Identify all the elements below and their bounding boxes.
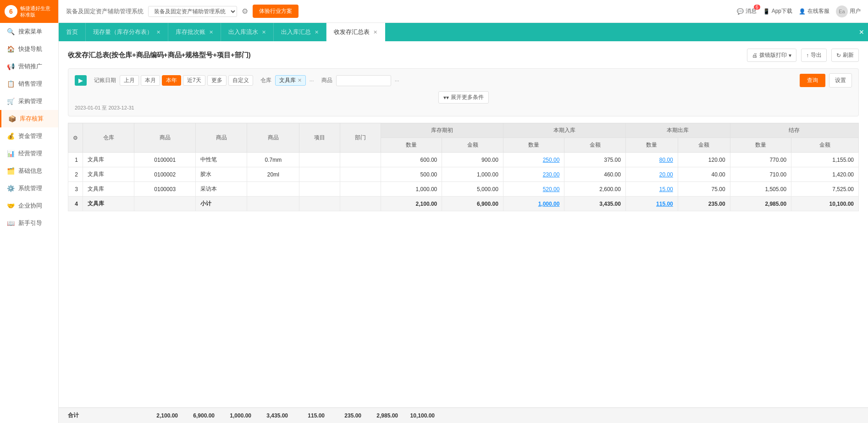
table-cell-0-7: 600.00 <box>381 153 442 167</box>
tab-bar-close-icon[interactable]: ✕ <box>859 28 864 36</box>
tab-close-recv-send-summary[interactable]: ✕ <box>373 29 377 35</box>
app-download-item[interactable]: 📱 App下载 <box>763 7 792 15</box>
page-header: 收发存汇总表(按仓库+商品编码+商品+规格型号+项目+部门) 🖨 拨镜版打印 ▾… <box>68 49 859 62</box>
table-cell-0-8: 900.00 <box>442 153 503 167</box>
date-btn-last-month[interactable]: 上月 <box>120 75 139 86</box>
sidebar-item-basic[interactable]: 🗂️ 基础信息 <box>0 162 58 180</box>
date-btn-7days[interactable]: 近7天 <box>183 75 205 86</box>
tab-close-batch-ledger[interactable]: ✕ <box>209 29 213 35</box>
warehouse-tag-label: 文具库 <box>279 77 296 84</box>
search-button[interactable]: 查询 <box>800 74 825 87</box>
app-title: 畅捷通好生意 标准版 <box>20 5 50 18</box>
page-container: 收发存汇总表(按仓库+商品编码+商品+规格型号+项目+部门) 🖨 拨镜版打印 ▾… <box>59 41 868 423</box>
tab-label-home: 首页 <box>66 28 78 36</box>
sidebar-item-marketing[interactable]: 📢 营销推广 <box>0 58 58 75</box>
table-cell-0-9[interactable]: 250.00 <box>503 153 564 167</box>
online-service-item[interactable]: 👤 在线客服 <box>799 7 829 15</box>
tab-inventory-dist[interactable]: 现存量（库存分布表）✕ <box>86 23 168 41</box>
table-cell-3-2 <box>134 197 196 211</box>
date-btn-this-year[interactable]: 本年 <box>162 75 181 86</box>
table-cell-3-10: 3,435.00 <box>564 197 626 211</box>
sidebar-item-search[interactable]: 🔍 搜索菜单 <box>0 23 58 40</box>
bell-icon: 💬 <box>737 8 744 15</box>
table-cell-3-0: 4 <box>68 197 83 211</box>
notification-item[interactable]: 💬 消息 6 <box>737 7 757 15</box>
refresh-button[interactable]: ↻ 刷新 <box>831 49 859 62</box>
table-cell-2-5 <box>299 182 340 197</box>
sidebar-label-quick-nav: 快捷导航 <box>18 45 42 53</box>
sidebar-icon-basic: 🗂️ <box>6 167 15 175</box>
tab-batch-ledger[interactable]: 库存批次账✕ <box>168 23 221 41</box>
sidebar-item-quick-nav[interactable]: 🏠 快捷导航 <box>0 40 58 58</box>
table-cell-0-2: 0100001 <box>134 153 196 167</box>
sidebar-item-guide[interactable]: 📖 新手引导 <box>0 214 58 232</box>
tab-close-in-out-summary[interactable]: ✕ <box>315 29 319 35</box>
export-button[interactable]: ↑ 导出 <box>801 49 827 62</box>
table-cell-3-11[interactable]: 115.00 <box>625 197 678 211</box>
bottom-total-values: 2,100.00 6,900.00 1,000.00 3,435.00 115.… <box>150 412 859 419</box>
footer-in-qty: 1,000.00 <box>224 412 260 419</box>
sidebar-item-collab[interactable]: 🤝 企业协同 <box>0 197 58 214</box>
table-cell-2-10: 2,600.00 <box>564 182 626 197</box>
user-item[interactable]: Ea 用户 <box>836 5 861 17</box>
sidebar-item-inventory[interactable]: 📦 库存核算 <box>0 110 58 127</box>
sidebar-label-marketing: 营销推广 <box>18 62 42 71</box>
warehouse-tag: 文具库 ✕ <box>275 75 306 86</box>
data-table: ⚙ 仓库 商品 商品 商品 项目 部门 库存期初 本期入库 本期出库 结存 <box>68 123 859 211</box>
sidebar-icon-collab: 🤝 <box>6 202 15 209</box>
table-wrapper: ⚙ 仓库 商品 商品 商品 项目 部门 库存期初 本期入库 本期出库 结存 <box>68 123 859 211</box>
tab-recv-send-summary[interactable]: 收发存汇总表✕ <box>326 23 385 41</box>
expand-filter-button[interactable]: ▾▾ 展开更多条件 <box>438 91 489 104</box>
table-cell-1-1: 文具库 <box>83 167 134 182</box>
sidebar-label-operations: 经营管理 <box>18 149 42 158</box>
table-cell-0-11[interactable]: 80.00 <box>625 153 678 167</box>
sidebar-item-purchase[interactable]: 🛒 采购管理 <box>0 93 58 110</box>
sidebar-item-system[interactable]: ⚙️ 系统管理 <box>0 180 58 197</box>
sidebar-item-finance[interactable]: 💰 资金管理 <box>0 127 58 145</box>
sidebar-item-sales[interactable]: 📋 销售管理 <box>0 75 58 93</box>
filter-row-main: ▶ 记账日期 上月 本月 本年 近7天 更多 自定义 <box>75 73 852 88</box>
app-logo: 6 <box>5 5 17 18</box>
goods-more-dots[interactable]: ··· <box>395 77 399 84</box>
table-cell-3-9[interactable]: 1,000.00 <box>503 197 564 211</box>
settings-icon[interactable]: ⚙ <box>242 7 248 16</box>
table-cell-1-4: 20ml <box>247 167 299 182</box>
filter-toggle-button[interactable]: ▶ <box>75 75 87 86</box>
filter-settings-button[interactable]: 设置 <box>829 73 852 88</box>
table-cell-3-7: 2,100.00 <box>381 197 442 211</box>
tab-close-inventory-dist[interactable]: ✕ <box>156 29 160 35</box>
warehouse-tag-close[interactable]: ✕ <box>298 77 302 83</box>
table-cell-2-11[interactable]: 15.00 <box>625 182 678 197</box>
table-cell-1-12: 40.00 <box>678 167 730 182</box>
footer-bal-amt: 10,100.00 <box>407 412 444 419</box>
col-out-qty-header: 数量 <box>625 138 678 153</box>
system-selector[interactable]: 装备及固定资产辅助管理系统 <box>148 6 237 17</box>
table-cell-0-1: 文具库 <box>83 153 134 167</box>
date-range-display: 2023-01-01 至 2023-12-31 <box>75 104 852 111</box>
table-cell-2-4 <box>247 182 299 197</box>
col-in-amt-header: 金额 <box>564 138 626 153</box>
date-btn-this-month[interactable]: 本月 <box>141 75 160 86</box>
footer-bal-qty: 2,985.00 <box>370 412 407 419</box>
warehouse-more-dots[interactable]: ··· <box>310 77 314 84</box>
table-cell-1-11[interactable]: 20.00 <box>625 167 678 182</box>
print-button[interactable]: 🖨 拨镜版打印 ▾ <box>747 49 796 62</box>
date-btn-custom[interactable]: 自定义 <box>228 75 253 86</box>
table-row: 3文具库0100003采访本1,000.005,000.00520.002,60… <box>68 182 859 197</box>
col-bal-amt-header: 金额 <box>791 138 859 153</box>
tab-close-in-out-flow[interactable]: ✕ <box>262 29 266 35</box>
trial-button[interactable]: 体验行业方案 <box>253 5 299 18</box>
table-cell-2-0: 3 <box>68 182 83 197</box>
goods-input[interactable] <box>336 75 391 86</box>
col-settings-header[interactable]: ⚙ <box>68 123 83 153</box>
sidebar-item-operations[interactable]: 📊 经营管理 <box>0 145 58 162</box>
footer-init-amt: 6,900.00 <box>187 412 224 419</box>
table-cell-1-9[interactable]: 230.00 <box>503 167 564 182</box>
tab-in-out-summary[interactable]: 出入库汇总✕ <box>274 23 326 41</box>
sidebar-label-guide: 新手引导 <box>18 219 42 227</box>
table-cell-2-9[interactable]: 520.00 <box>503 182 564 197</box>
tab-home[interactable]: 首页 <box>59 23 86 41</box>
tab-in-out-flow[interactable]: 出入库流水✕ <box>221 23 274 41</box>
warehouse-filter-label: 仓库 <box>260 77 271 84</box>
date-btn-more[interactable]: 更多 <box>207 75 227 86</box>
